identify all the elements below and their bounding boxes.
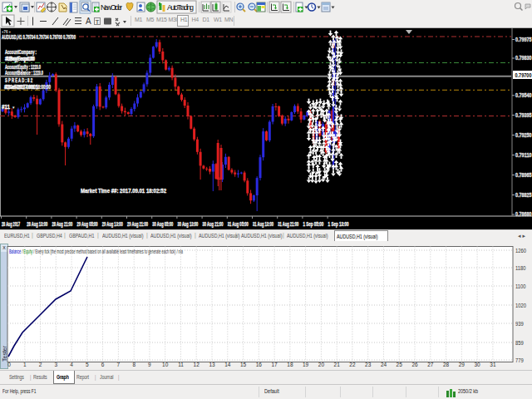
svg-text:31 Aug 21:00: 31 Aug 21:00 <box>278 221 298 228</box>
svg-text:0.79700: 0.79700 <box>515 72 532 78</box>
svg-text:AutoTrading: AutoTrading <box>167 3 194 12</box>
svg-text:AtBuyGeqst.00: AtBuyGeqst.00 <box>6 56 34 62</box>
svg-text:1 Sep 13:00: 1 Sep 13:00 <box>328 221 349 228</box>
svg-text:0.79975: 0.79975 <box>515 37 532 42</box>
svg-text:0.78825: 0.78825 <box>515 192 532 198</box>
svg-text:0.78680: 0.78680 <box>515 211 532 217</box>
svg-text:A: A <box>86 17 91 26</box>
svg-text:Market Time ##: 2017.09.01 18:: Market Time ##: 2017.09.01 18:02:52 <box>81 188 166 194</box>
svg-text:1 Sep 05:00: 1 Sep 05:00 <box>303 221 323 228</box>
svg-text:▼: ▼ <box>12 106 15 110</box>
svg-text:0.79395: 0.79395 <box>515 112 532 118</box>
svg-text:28 Aug 13:00: 28 Aug 13:00 <box>27 221 47 228</box>
svg-text:AccountBalance : 1223.0: AccountBalance : 1223.0 <box>5 70 43 76</box>
svg-text:0.79830: 0.79830 <box>515 55 532 61</box>
svg-text:30 Aug 13:00: 30 Aug 13:00 <box>177 221 198 228</box>
svg-text:30 Aug 05:00: 30 Aug 05:00 <box>152 221 173 228</box>
svg-text:0.79540: 0.79540 <box>515 92 532 98</box>
svg-text:29 Aug 13:00: 29 Aug 13:00 <box>102 221 123 228</box>
svg-text:0.79250: 0.79250 <box>515 132 532 138</box>
svg-text:28 Aug 21:00: 28 Aug 21:00 <box>52 221 72 228</box>
svg-text:0.79110: 0.79110 <box>515 152 532 158</box>
svg-text:S P R E A D : 8 2: S P R E A D : 8 2 <box>5 77 32 83</box>
svg-text:30 Aug 21:00: 30 Aug 21:00 <box>203 221 224 228</box>
svg-text:29 Aug 21:00: 29 Aug 21:00 <box>127 221 148 228</box>
svg-text:#11: #11 <box>2 104 10 110</box>
svg-text:0.78965: 0.78965 <box>515 172 532 178</box>
svg-text:31 Aug 13:00: 31 Aug 13:00 <box>253 221 273 228</box>
svg-text:New Order: New Order <box>101 3 122 12</box>
svg-text:AUDUSD,H1 0.79734 0.79734 0.: AUDUSD,H1 0.79734 0.79734 0.79700 0.7970… <box>2 34 76 41</box>
svg-text:31 Aug 05:00: 31 Aug 05:00 <box>228 221 249 228</box>
svg-text:#1Sell2017.0901: #1Sell2017.0901 <box>5 84 38 90</box>
svg-text:T: T <box>96 18 100 26</box>
svg-text:28 Aug 2017: 28 Aug 2017 <box>2 221 20 228</box>
svg-text:29 Aug 05:00: 29 Aug 05:00 <box>77 221 98 228</box>
